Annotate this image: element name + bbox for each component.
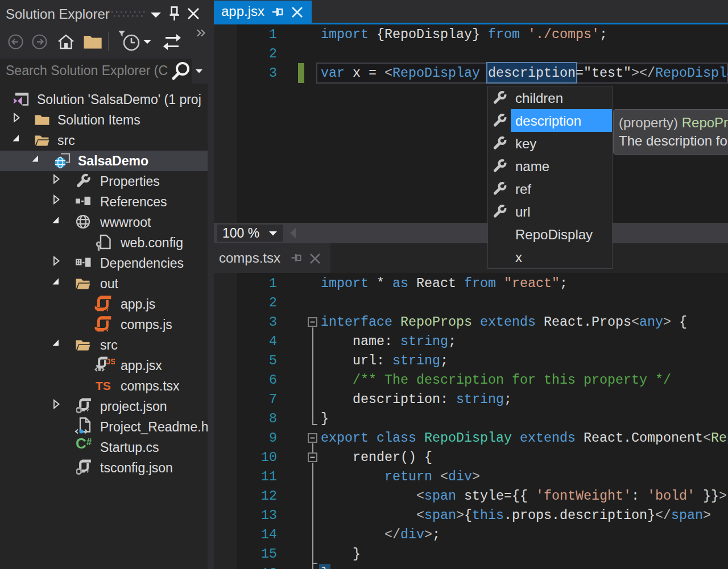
svg-text:JS: JS <box>106 357 115 366</box>
